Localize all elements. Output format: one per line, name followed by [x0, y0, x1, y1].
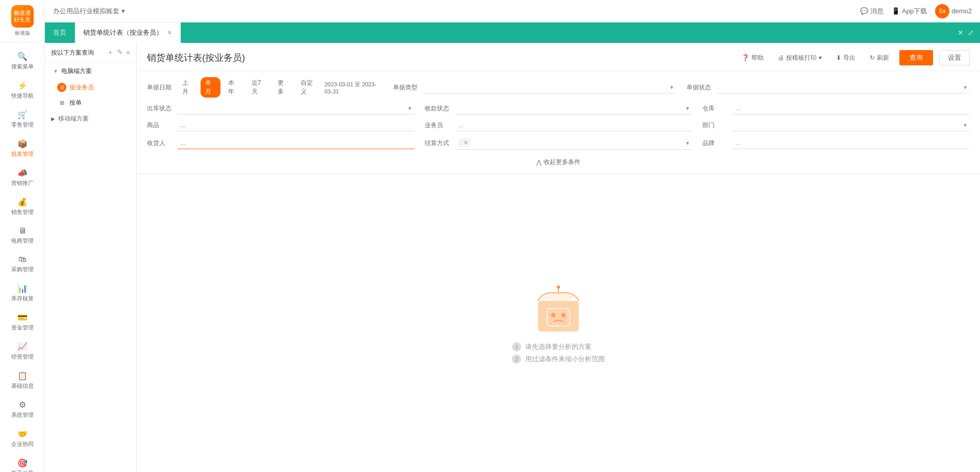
doc-type-select[interactable]: ▾	[424, 82, 676, 93]
sidebar-item-marketing[interactable]: 📣 营销推广	[0, 163, 44, 192]
edit-scheme-btn[interactable]: ✎	[117, 48, 123, 57]
doc-status-field: 单据状态 ▾	[687, 82, 970, 93]
sidebar-item-ecommerce[interactable]: 🖥 电商管理	[0, 221, 44, 250]
print-btn[interactable]: 🖨 按模板打印 ▾	[774, 52, 826, 64]
hint-text-2: 用过滤条件来缩小分析范围	[525, 355, 605, 364]
settle-select[interactable]: ✕ ▾	[455, 136, 692, 150]
warehouse-field: 仓库 ...	[702, 103, 970, 114]
print-label: 按模板打印	[786, 54, 817, 62]
desktop-arrow-icon: ▼	[53, 68, 58, 74]
topbar-right: 💬 消息 📱 App下载 Ea demo2	[860, 4, 972, 18]
date-btn-thismonth[interactable]: 本月	[201, 77, 220, 98]
dept-label: 部门	[702, 121, 733, 130]
doc-type-label: 单据类型	[393, 83, 424, 92]
sidebar-item-sales-label: 销售管理	[11, 208, 34, 216]
sidebar-item-sales[interactable]: 💰 销售管理	[0, 192, 44, 221]
window-expand-btn[interactable]: ⤢	[968, 29, 974, 37]
hint-num-2: 2	[512, 355, 521, 364]
tab-home[interactable]: 首页	[45, 22, 75, 43]
goods-input[interactable]	[178, 120, 414, 131]
filter-area: 单据日期 上月 本月 本年 近7天 更多 自定义 2023-03-01 至 20…	[137, 71, 980, 174]
sidebar-item-search[interactable]: 🔍 搜索菜单	[0, 46, 44, 76]
left-panel: 按以下方案查询 ＋ ✎ « ▼ 电脑端方案 员 按业务员	[45, 43, 137, 472]
window-close-btn[interactable]: ✕	[958, 29, 964, 37]
date-field: 单据日期 上月 本月 本年 近7天 更多 自定义 2023-03-01 至 20…	[147, 77, 383, 98]
doc-status-select[interactable]: ▾	[717, 82, 970, 93]
sidebar-item-system[interactable]: ⚙ 系统管理	[0, 395, 44, 424]
help-btn[interactable]: ❓ 帮助	[738, 52, 768, 64]
receiver-input[interactable]	[178, 137, 414, 149]
setting-button[interactable]: 设置	[939, 50, 970, 65]
help-icon: ❓	[742, 54, 749, 61]
settle-field: 结算方式 ✕ ▾	[425, 136, 692, 150]
messages-btn[interactable]: 💬 消息	[860, 7, 884, 16]
svg-point-3	[561, 313, 566, 317]
industry-selector[interactable]: 办公用品行业模拟账套 ▾	[53, 7, 125, 16]
add-scheme-btn[interactable]: ＋	[107, 48, 114, 57]
empty-hints: 1 请先选择要分析的方案 2 用过滤条件来缩小分析范围	[512, 342, 605, 364]
tab-close-icon[interactable]: ✕	[167, 29, 172, 36]
svg-rect-0	[538, 301, 579, 332]
app-download-btn[interactable]: 📱 App下载	[892, 7, 927, 16]
logo-text-inner: 畅捷通好生意	[14, 10, 31, 23]
filter-row-3: 商品 业务员 部门 ▾	[147, 120, 970, 131]
export-btn[interactable]: ⬇ 导出	[832, 52, 860, 64]
payment-select[interactable]: ▾	[455, 103, 692, 114]
mobile-arrow-icon: ▶	[51, 116, 55, 122]
settle-tag: ✕	[458, 138, 471, 147]
brand-select[interactable]: ...	[733, 137, 970, 149]
storage-field: 出库状态 ▾	[147, 103, 414, 114]
by-staff-label: 按业务员	[69, 83, 94, 92]
sidebar-item-newbie[interactable]: 🎯 新手引导	[0, 453, 44, 472]
query-button[interactable]: 查询	[899, 50, 933, 65]
desktop-scheme-header[interactable]: ▼ 电脑端方案	[45, 63, 136, 80]
tab-sales-stat[interactable]: 销货单统计表（按业务员） ✕	[75, 22, 181, 43]
payment-field: 收款状态 ▾	[425, 103, 692, 114]
page-header: 销货单统计表(按业务员) ❓ 帮助 🖨 按模板打印 ▾ ⬇ 导出	[137, 43, 980, 71]
right-panel: 销货单统计表(按业务员) ❓ 帮助 🖨 按模板打印 ▾ ⬇ 导出	[137, 43, 980, 472]
storage-select[interactable]: ▾	[178, 103, 414, 114]
export-label: 导出	[843, 54, 855, 62]
ecommerce-icon: 🖥	[18, 226, 27, 235]
dept-dropdown-icon: ▾	[964, 122, 967, 129]
staff-input[interactable]	[455, 120, 692, 131]
date-btn-more[interactable]: 更多	[273, 77, 293, 98]
collapse-panel-btn[interactable]: «	[126, 48, 130, 57]
date-btn-7days[interactable]: 近7天	[247, 77, 270, 98]
sidebar-item-retail[interactable]: 🛒 零售管理	[0, 105, 44, 134]
warehouse-value: ...	[736, 105, 741, 112]
goods-field: 商品	[147, 120, 414, 131]
mobile-scheme-header[interactable]: ▶ 移动端方案	[51, 114, 130, 123]
sidebar-item-basic[interactable]: 📋 基础信息	[0, 366, 44, 395]
doc-status-label: 单据状态	[687, 83, 717, 92]
sidebar-item-inventory[interactable]: 📊 库存核算	[0, 278, 44, 308]
date-label: 单据日期	[147, 83, 178, 92]
date-btn-lastmonth[interactable]: 上月	[178, 77, 198, 98]
collapse-filters-btn[interactable]: ⋀ 收起更多条件	[536, 155, 580, 168]
sidebar-item-enterprise-label: 企业协同	[11, 440, 34, 448]
warehouse-select[interactable]: ...	[733, 103, 970, 114]
left-panel-header: 按以下方案查询 ＋ ✎ «	[45, 43, 136, 63]
user-area[interactable]: Ea demo2	[935, 4, 972, 18]
sidebar-item-search-label: 搜索菜单	[11, 63, 34, 70]
sidebar-item-operation[interactable]: 📈 经营管理	[0, 337, 44, 366]
settle-tag-close[interactable]: ✕	[463, 139, 468, 146]
avatar: Ea	[935, 4, 949, 18]
desktop-schemes: ▼ 电脑端方案 员 按业务员 ⊞ 按单	[45, 63, 136, 110]
sidebar-item-quicknav[interactable]: ⚡ 快捷导航	[0, 76, 44, 105]
sidebar-item-finance[interactable]: 💳 资金管理	[0, 308, 44, 337]
sidebar-item-enterprise[interactable]: 🤝 企业协同	[0, 424, 44, 453]
refresh-btn[interactable]: ↻ 刷新	[866, 52, 893, 64]
mobile-schemes: ▶ 移动端方案	[45, 110, 136, 127]
filter-row-2: 出库状态 ▾ 收款状态 ▾	[147, 103, 970, 114]
sidebar-item-wholesale[interactable]: 📦 批发管理	[0, 134, 44, 163]
payment-label: 收款状态	[425, 104, 455, 113]
scheme-by-order[interactable]: ⊞ 按单	[53, 95, 136, 110]
date-btn-custom[interactable]: 自定义	[296, 77, 322, 98]
sidebar-item-purchase[interactable]: 🛍 采购管理	[0, 250, 44, 278]
help-label: 帮助	[751, 54, 764, 62]
scheme-by-staff[interactable]: 员 按业务员	[53, 80, 136, 95]
sidebar-item-finance-label: 资金管理	[11, 324, 34, 332]
dept-select[interactable]: ▾	[733, 120, 970, 131]
date-btn-thisyear[interactable]: 本年	[224, 77, 243, 98]
